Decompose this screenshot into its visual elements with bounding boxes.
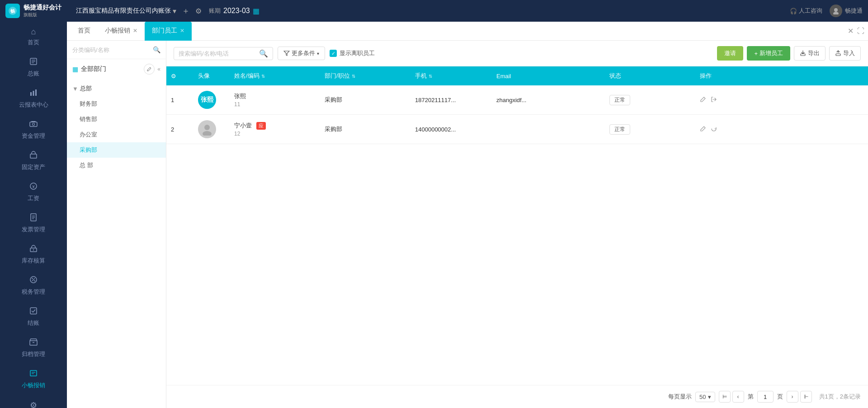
tab-dept-employee[interactable]: 部门员工 ✕: [145, 22, 192, 41]
tabs-right: ✕ ⛶: [848, 27, 864, 35]
page-size-select[interactable]: 50 ▾: [695, 392, 715, 402]
svg-point-38: [203, 131, 212, 136]
tax-icon: [29, 276, 38, 286]
sidebar-item-tax[interactable]: 税务管理: [0, 270, 67, 301]
dept-node-zongbu[interactable]: ▼ 总部: [67, 81, 166, 96]
sidebar-item-home[interactable]: ⌂ 首页: [0, 22, 67, 52]
tabs-bar: 首页 小畅报销 ✕ 部门员工 ✕ ✕ ⛶: [67, 22, 868, 41]
sidebar-item-invoice[interactable]: 发票管理: [0, 208, 67, 239]
expand-btn[interactable]: ⛶: [857, 27, 864, 35]
main-layout: ⌂ 首页 总账 云报表中心 资金管理 固定资产: [0, 22, 868, 408]
home-icon: ⌂: [31, 27, 36, 37]
sidebar-item-expense[interactable]: 小畅报销: [0, 364, 67, 395]
svg-point-3: [833, 12, 839, 14]
dept-node-hq[interactable]: 总 部: [67, 158, 166, 173]
edit-icon-2[interactable]: [700, 126, 706, 133]
toolbar: 🔍 更多条件 ▾ ✓ 显示离职员工 邀请: [166, 41, 868, 66]
sidebar-item-settle[interactable]: 结账: [0, 301, 67, 333]
sidebar-item-inventory[interactable]: 库存核算: [0, 239, 67, 270]
td-email-2: [492, 124, 605, 135]
td-phone-2: 14000000002...: [410, 121, 492, 138]
logo-icon: 畅: [5, 4, 20, 18]
sidebar-item-ledger[interactable]: 总账: [0, 52, 67, 83]
filter-btn[interactable]: 更多条件 ▾: [278, 47, 325, 60]
header-right: 🎧 人工咨询 畅捷通: [790, 5, 863, 17]
period-label: 账期: [209, 7, 221, 15]
next-page-btn[interactable]: ›: [787, 391, 798, 403]
td-dept-1: 采购部: [320, 90, 410, 109]
table-header: ⚙ 头像 姓名/编码 ⇅ 部门/职位 ⇅: [166, 66, 868, 85]
reports-icon: [29, 89, 38, 99]
th-name-code[interactable]: 姓名/编码 ⇅: [230, 66, 320, 85]
settings-col-icon: ⚙: [171, 73, 176, 80]
dept-node-finance[interactable]: 财务部: [67, 96, 166, 112]
sidebar-item-salary[interactable]: ¥ 工资: [0, 177, 67, 208]
dept-search-box: 🔍: [67, 41, 166, 59]
tab-expense[interactable]: 小畅报销 ✕: [98, 22, 145, 41]
calendar-icon[interactable]: ▦: [253, 7, 259, 15]
svg-rect-27: [30, 308, 37, 314]
dept-node-office[interactable]: 办公室: [67, 127, 166, 142]
show-resigned-toggle[interactable]: ✓ 显示离职员工: [330, 49, 375, 57]
last-page-btn[interactable]: ⊩: [800, 391, 812, 403]
all-dept-header[interactable]: ▦ 全部部门 «: [67, 59, 166, 79]
dept-collapse-btn[interactable]: «: [157, 66, 160, 72]
support-btn[interactable]: 🎧 人工咨询: [790, 7, 822, 15]
employee-search-input[interactable]: [179, 50, 256, 57]
svg-rect-28: [30, 341, 37, 345]
page-number-input[interactable]: [757, 391, 774, 403]
refresh-icon-2[interactable]: [711, 126, 717, 133]
first-page-btn[interactable]: ⊨: [719, 391, 731, 403]
svg-rect-8: [30, 92, 32, 96]
dept-search-icon[interactable]: 🔍: [153, 46, 160, 53]
svg-rect-10: [35, 89, 37, 96]
tab-close-dept[interactable]: ✕: [180, 28, 184, 34]
action-icons-2: [700, 126, 717, 133]
invite-button[interactable]: 邀请: [717, 46, 743, 61]
import-button[interactable]: 导入: [829, 46, 861, 61]
sidebar-item-settings[interactable]: ⚙ 基础设置: [0, 395, 67, 408]
resigned-checkbox[interactable]: ✓: [330, 50, 337, 57]
sidebar-item-reports[interactable]: 云报表中心: [0, 83, 67, 114]
dept-node-purchase[interactable]: 采购部: [67, 142, 166, 158]
td-index-1: 1: [166, 91, 193, 109]
svg-rect-9: [33, 91, 34, 96]
edit-icon-1[interactable]: [700, 96, 706, 104]
search-magnifier-icon[interactable]: 🔍: [259, 49, 268, 58]
logout-icon-1[interactable]: [711, 96, 717, 104]
logo-sub: 旗舰版: [24, 12, 61, 18]
td-email-1: zhangxidf...: [492, 91, 605, 109]
pagination: 每页显示 50 ▾ ⊨ ‹ 第 页 › ⊩ 共1页，2条记录: [166, 385, 868, 408]
svg-text:¥: ¥: [32, 184, 35, 189]
th-phone[interactable]: 手机 ⇅: [410, 66, 492, 85]
dropdown-icon[interactable]: ▾: [173, 7, 176, 15]
dept-node-sales[interactable]: 销售部: [67, 112, 166, 127]
export-button[interactable]: 导出: [794, 46, 826, 61]
dept-edit-btn[interactable]: [144, 64, 155, 75]
add-employee-button[interactable]: + 新增员工: [747, 46, 790, 61]
tab-close-expense[interactable]: ✕: [133, 28, 137, 34]
sidebar-item-archive[interactable]: 归档管理: [0, 333, 67, 364]
th-dept-position[interactable]: 部门/职位 ⇅: [320, 66, 410, 85]
company-name: 江西服宝精品有限责任公司内账张: [76, 7, 171, 15]
settings-icon[interactable]: ⚙: [195, 7, 202, 15]
th-settings[interactable]: ⚙: [166, 66, 193, 85]
sidebar-item-funds[interactable]: 资金管理: [0, 114, 67, 145]
dept-search-input[interactable]: [72, 47, 153, 53]
page-content: 🔍 ▦ 全部部门 « ▼ 总部 财务部: [67, 41, 868, 408]
td-phone-1: 18720211117...: [410, 91, 492, 109]
top-header: 畅 畅捷通好会计 旗舰版 江西服宝精品有限责任公司内账张 ▾ ＋ ⚙ 账期 20…: [0, 0, 868, 22]
tab-home[interactable]: 首页: [71, 22, 98, 41]
sort-dept-icon: ⇅: [352, 74, 355, 79]
td-dept-2: 采购部: [320, 120, 410, 139]
td-avatar-2: [193, 115, 230, 144]
table-row: 1 张熙 张熙 11: [166, 85, 868, 115]
user-menu[interactable]: 畅捷通: [830, 5, 863, 17]
sort-phone-icon: ⇅: [429, 74, 432, 79]
sidebar-item-assets[interactable]: 固定资产: [0, 145, 67, 177]
td-name-1: 张熙 11: [230, 87, 320, 113]
total-records: 共1页，2条记录: [819, 393, 861, 401]
add-company-icon[interactable]: ＋: [182, 5, 190, 16]
prev-page-btn[interactable]: ‹: [732, 391, 744, 403]
close-window-btn[interactable]: ✕: [848, 27, 854, 35]
